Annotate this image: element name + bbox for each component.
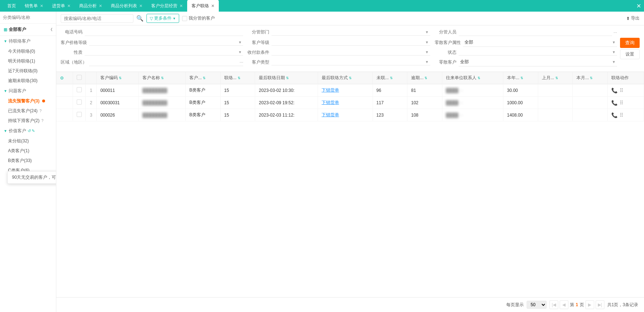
adv-filter-fields: 电话号码 分管部门 ▼ 分管人员: [61, 28, 617, 69]
sidebar-all-customers[interactable]: ⊞ 全部客户 《: [0, 24, 56, 36]
sidebar-collapse-icon[interactable]: 《: [49, 27, 52, 32]
sidebar-group-pending[interactable]: ▼ 待联络客户: [0, 36, 56, 46]
manager-more-icon[interactable]: ···: [613, 30, 617, 35]
sidebar-item-ungroup[interactable]: 未分组(32): [0, 136, 56, 146]
filter-search-icon[interactable]: 🔍: [136, 15, 144, 22]
zero-customer-select[interactable]: 全部 ▼: [459, 58, 617, 66]
sidebar-group-churn[interactable]: ▼ 问题客户: [0, 86, 56, 96]
sidebar-item-tomorrow[interactable]: 明天待联络(1): [0, 56, 56, 66]
value-edit-icon[interactable]: ✎: [32, 129, 35, 133]
value-refresh-icon[interactable]: ↺: [28, 129, 31, 133]
phone-input[interactable]: [85, 28, 243, 36]
row-code: 000011: [97, 84, 139, 97]
sidebar-item-churn-warning[interactable]: 流失预警客户(3): [0, 96, 56, 106]
tab-close-sales[interactable]: ✕: [40, 4, 43, 8]
row-this-year: 1408.00: [503, 109, 538, 121]
page-size-select[interactable]: 50 100 200: [527, 301, 547, 309]
status-select[interactable]: ▼: [459, 49, 617, 56]
customer-type-chevron: ▼: [425, 60, 429, 64]
sidebar-item-churned[interactable]: 已流失客户(24) ?: [0, 106, 56, 116]
row-checkbox[interactable]: [77, 100, 82, 105]
row-uncontact: 96: [373, 84, 407, 97]
tab-customer-layer[interactable]: 客户分层经营 ✕: [147, 0, 187, 12]
dept-select[interactable]: ▼: [271, 29, 430, 36]
settings-button[interactable]: 设置: [620, 49, 640, 59]
sidebar-item-declining[interactable]: 持续下滑客户(2) ?: [0, 116, 56, 126]
pagination-bar: 每页显示 50 100 200 |◀ ◀ 第 1 页 ▶ ▶| 共1页，3条记录: [56, 297, 644, 312]
tab-purchase[interactable]: 进货单 ✕: [48, 0, 75, 12]
page-next-btn[interactable]: ▶: [585, 300, 594, 309]
tab-sales[interactable]: 销售单 ✕: [20, 0, 48, 12]
my-customers-checkbox[interactable]: [182, 16, 187, 21]
page-first-btn[interactable]: |◀: [550, 300, 558, 309]
row-checkbox-cell: [73, 84, 86, 97]
sidebar-item-today[interactable]: 今天待联络(0): [0, 46, 56, 56]
row-checkbox-cell: [73, 97, 86, 109]
customer-level-select[interactable]: ▼: [271, 39, 430, 46]
sort-icon-last-way[interactable]: ⇅: [349, 76, 352, 80]
sidebar-item-7days[interactable]: 近7天待联络(0): [0, 66, 56, 76]
filter-search-input[interactable]: [61, 14, 133, 23]
action-phone-icon[interactable]: 📞: [611, 88, 617, 93]
manager-input[interactable]: [459, 28, 612, 36]
select-all-checkbox[interactable]: [77, 75, 82, 80]
nature-select[interactable]: ▼: [85, 49, 243, 56]
sort-icon-type[interactable]: ⇅: [203, 76, 206, 80]
row-checkbox[interactable]: [77, 87, 82, 92]
action-more-icon[interactable]: ⠿: [620, 88, 623, 93]
filter-region: 区域（地区） ···: [61, 58, 243, 66]
sidebar-group-value[interactable]: ▼ 价值客户 ↺ ✎: [0, 126, 56, 136]
row-this-year: 30.00: [503, 84, 538, 97]
filter-my-customers-checkbox[interactable]: 我分管的客户: [182, 15, 215, 21]
page-prev-btn[interactable]: ◀: [560, 300, 568, 309]
export-btn[interactable]: ⬆ 导出: [626, 15, 640, 21]
window-close-btn[interactable]: ✕: [636, 3, 641, 9]
tab-home[interactable]: 首页: [3, 0, 20, 12]
action-more-icon[interactable]: ⠿: [620, 100, 623, 106]
query-button[interactable]: 查询: [620, 38, 640, 48]
row-contact: 15: [220, 84, 255, 97]
customer-type-select[interactable]: ▼: [271, 59, 430, 65]
row-code: 000026: [97, 109, 139, 121]
tab-close-analysis-list[interactable]: ✕: [139, 4, 142, 8]
filter-customer-level: 客户等级 ▼: [247, 39, 430, 46]
tab-analysis-list[interactable]: 商品分析列表 ✕: [106, 0, 147, 12]
tab-close-purchase[interactable]: ✕: [67, 4, 71, 8]
page-last-btn[interactable]: ▶|: [596, 300, 604, 309]
sort-icon-last-date[interactable]: ⇅: [286, 76, 289, 80]
action-phone-icon[interactable]: 📞: [611, 100, 617, 106]
sort-icon-last-month[interactable]: ⇅: [555, 76, 558, 80]
sort-icon-this-year[interactable]: ⇅: [520, 76, 523, 80]
action-more-icon[interactable]: ⠿: [620, 112, 623, 118]
row-gear: [56, 84, 73, 97]
sidebar-item-class-b[interactable]: B类客户(33): [0, 156, 56, 166]
price-level-select[interactable]: ▼: [89, 39, 243, 46]
sort-icon-uncontact[interactable]: ⇅: [390, 76, 393, 80]
main-layout: 🔍 ⊞ 全部客户 《 ▼ 待联络客户 今天待联络(0) 明天待联络(1) 近7天…: [0, 12, 644, 312]
sort-icon-contact[interactable]: ⇅: [238, 76, 241, 80]
region-more-icon[interactable]: ···: [240, 60, 243, 65]
tab-close-customer-link[interactable]: ✕: [211, 4, 214, 8]
tab-analysis[interactable]: 商品分析 ✕: [75, 0, 106, 12]
sort-icon-name[interactable]: ⇅: [161, 76, 164, 80]
zero-customer-chevron: ▼: [612, 60, 616, 64]
tab-close-customer-layer[interactable]: ✕: [180, 4, 183, 8]
row-checkbox[interactable]: [77, 112, 82, 117]
row-last-month: [538, 84, 573, 97]
sort-icon-this-month[interactable]: ⇅: [590, 76, 593, 80]
action-phone-icon[interactable]: 📞: [611, 112, 617, 118]
region-input[interactable]: [89, 58, 238, 66]
sort-icon-code[interactable]: ⇅: [119, 76, 122, 80]
table-settings-icon[interactable]: ⚙: [60, 76, 64, 81]
sort-icon-overdue[interactable]: ⇅: [424, 76, 427, 80]
payment-select[interactable]: ▼: [271, 49, 430, 56]
filter-more-btn[interactable]: ▽ 更多条件 ▼: [146, 14, 179, 23]
sort-icon-unit-contact[interactable]: ⇅: [478, 76, 480, 80]
sidebar-item-overdue[interactable]: 逾期未联络(30): [0, 76, 56, 86]
sidebar-search-input[interactable]: [3, 15, 56, 20]
dept-chevron-icon: ▼: [425, 30, 429, 34]
tab-customer-link[interactable]: 客户联络 ✕: [187, 0, 219, 12]
sidebar-item-class-a[interactable]: A类客户(1): [0, 146, 56, 156]
tab-close-analysis[interactable]: ✕: [99, 4, 102, 8]
zero-attr-select[interactable]: 全部 ▼: [463, 38, 617, 47]
